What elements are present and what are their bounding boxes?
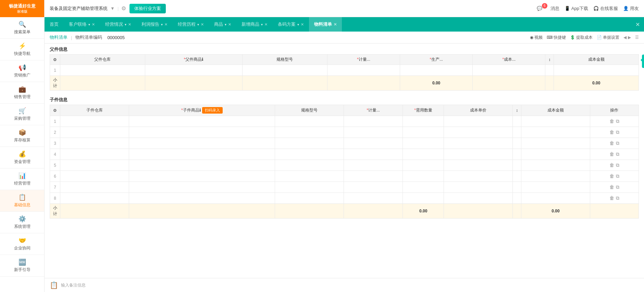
sidebar-item-sales[interactable]: 💼 销售管理 [0,82,44,104]
sidebar-item-collab[interactable]: 🤝 企业协同 [0,233,44,255]
table-row: 1 🗑 ⧉ [50,116,639,127]
sidebar-logo-subtitle: 标准版 [9,9,36,14]
tab-close-icon[interactable]: ✕ [228,22,231,27]
copy-icon[interactable]: ⧉ [616,184,619,190]
child-col-sort: ↕ [512,105,521,116]
delete-icon[interactable]: 🗑 [609,129,614,135]
copy-icon[interactable]: ⧉ [616,129,619,135]
parent-col-settings[interactable]: ⚙ [50,55,60,65]
sidebar-item-quick-nav[interactable]: ⚡ 快捷导航 [0,39,44,60]
parent-cost-cell[interactable] [473,65,545,76]
tab-close-icon[interactable]: ✕ [164,22,168,27]
breadcrumb-code-value: 0000005 [107,35,125,40]
shortcut-btn[interactable]: ⌨ 快捷键 [547,35,566,40]
parent-production-cell[interactable] [400,65,472,76]
table-row: 3 🗑⧉ [50,138,639,149]
tab-goods[interactable]: 商品 ▾ ✕ [209,17,236,32]
sidebar-item-basic[interactable]: 📋 基础信息 [0,190,44,212]
nav-close-all-btn[interactable]: ✕ [631,21,644,28]
user-btn[interactable]: 👤 用友 [623,5,639,12]
child-warehouse-cell[interactable] [60,116,129,127]
table-row: 4 🗑⧉ [50,149,639,160]
copy-icon[interactable]: ⧉ [616,140,619,146]
tab-customer[interactable]: 客户联络 ▾ ✕ [64,17,100,32]
child-unit-cell[interactable] [344,116,403,127]
prev-page-btn[interactable]: ◀ [623,35,627,40]
parent-table: ⚙ 父件仓库 *父件商品ℹ 规格型号 *计量... *生产... *成本... … [50,54,639,91]
tab-arrow-icon: ▾ [88,23,90,26]
sidebar-item-operations[interactable]: 📊 经营管理 [0,168,44,190]
copy-icon[interactable]: ⧉ [616,173,619,179]
child-col-settings[interactable]: ⚙ [50,105,60,116]
tab-operations[interactable]: 经营情况 ▾ ✕ [100,17,136,32]
parent-spec-cell[interactable] [243,65,327,76]
delete-icon[interactable]: 🗑 [609,151,614,157]
next-page-btn[interactable]: ▶ [628,35,631,40]
sidebar-item-label: 资金管理 [14,159,30,165]
child-quantity-cell[interactable] [403,116,444,127]
cost-btn[interactable]: 💲 提取成本 [570,35,593,40]
bottom-icon: 📋 [50,281,58,289]
tab-close-icon[interactable]: ✕ [92,22,95,27]
delete-icon[interactable]: 🗑 [609,140,614,146]
tab-barcode[interactable]: 条码方案 ▾ ✕ [273,17,309,32]
tab-arrow-icon: ▾ [197,23,199,26]
topbar: 装备及固定资产辅助管理系统 ▼ | ⚙ 体验行业方案 💬 6 消息 📱 App下… [45,0,644,17]
sidebar-item-finance[interactable]: 💰 资金管理 [0,147,44,168]
gear-icon[interactable]: ⚙ [121,5,126,12]
sidebar-item-label: 新手引导 [14,267,30,273]
child-unit-cost-cell[interactable] [444,116,513,127]
sidebar: 畅捷通好生意 标准版 🔍 搜索菜单 ⚡ 快捷导航 📢 营销推广 💼 销售管理 🛒… [0,0,45,292]
table-row: 8 🗑⧉ [50,193,639,204]
tab-history[interactable]: 经营历程 ▾ ✕ [173,17,209,32]
trial-button[interactable]: 体验行业方案 [129,4,166,13]
delete-icon[interactable]: 🗑 [609,118,614,124]
tab-close-icon[interactable]: ✕ [301,22,304,27]
parent-unit-cell[interactable] [327,65,400,76]
tab-home[interactable]: 首页 [45,17,64,32]
view-btn[interactable]: ◉ 视频 [530,35,543,40]
delete-icon[interactable]: 🗑 [609,162,614,168]
app-download-btn[interactable]: 📱 App下载 [565,5,588,12]
message-btn[interactable]: 💬 6 消息 [537,5,559,12]
copy-icon[interactable]: ⧉ [616,195,619,201]
sidebar-item-guide[interactable]: 🆕 新手引导 [0,255,44,277]
tab-close-icon[interactable]: ✕ [264,22,268,27]
grid-view-icon[interactable]: ☰ [635,35,639,40]
service-btn[interactable]: 🎧 在线客服 [593,5,618,12]
sidebar-item-search[interactable]: 🔍 搜索菜单 [0,17,44,39]
tab-close-icon[interactable]: ✕ [334,22,337,27]
sidebar-item-system[interactable]: ⚙️ 系统管理 [0,212,44,233]
sidebar-item-marketing[interactable]: 📢 营销推广 [0,60,44,82]
sidebar-item-inventory[interactable]: 📦 库存核算 [0,125,44,147]
delete-icon[interactable]: 🗑 [609,173,614,179]
parent-goods-cell[interactable] [145,65,243,76]
table-row: 7 🗑⧉ [50,182,639,193]
sidebar-menu: 🔍 搜索菜单 ⚡ 快捷导航 📢 营销推广 💼 销售管理 🛒 采购管理 📦 库存核… [0,17,44,292]
parent-warehouse-cell[interactable] [60,65,145,76]
sidebar-item-purchase[interactable]: 🛒 采购管理 [0,104,44,125]
child-goods-cell[interactable] [129,116,275,127]
tab-add-goods[interactable]: 新增商品 ▾ ✕ [236,17,273,32]
delete-icon[interactable]: 🗑 [609,184,614,190]
tab-close-icon[interactable]: ✕ [128,22,131,27]
child-cost-amount-cell [521,116,590,127]
copy-icon[interactable]: ⧉ [616,162,619,168]
copy-icon[interactable]: ⧉ [616,118,619,124]
child-spec-cell[interactable] [275,116,344,127]
dropdown-arrow-icon[interactable]: ▼ [110,6,115,11]
page-arrows: ◀ ▶ [623,35,631,40]
scan-input-btn[interactable]: 扫码录入 [202,107,223,114]
copy-icon[interactable]: ⧉ [616,151,619,157]
bottom-bar: 📋 输入备注信息 [45,278,644,292]
sidebar-item-label: 搜索菜单 [14,29,30,35]
child-subtotal-row: 小计 0.00 0.00 [50,204,639,219]
tab-bom[interactable]: 物料清单 ✕ [309,17,342,32]
guide-icon: 🆕 [18,258,26,266]
tab-close-icon[interactable]: ✕ [201,22,204,27]
doc-settings-btn[interactable]: 📄 单据设置 [597,35,619,40]
parent-col-production: *生产... [400,55,472,65]
breadcrumb-current[interactable]: 物料清单 [50,34,67,40]
tab-profit[interactable]: 利润报告 ▾ ✕ [136,17,173,32]
delete-icon[interactable]: 🗑 [609,195,614,201]
